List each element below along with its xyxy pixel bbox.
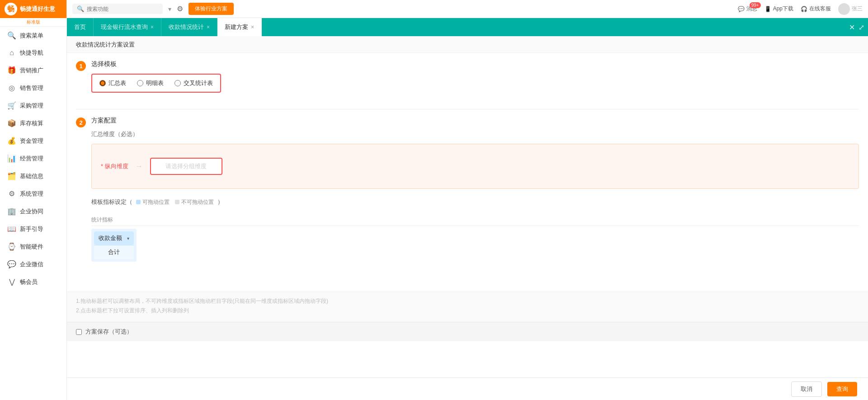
tab-new-plan[interactable]: 新建方案 ×	[217, 18, 262, 36]
sidebar-item-label: 经营管理	[20, 155, 43, 163]
sidebar-item-quick-nav[interactable]: ⌂ 快捷导航	[0, 44, 66, 61]
operation-icon: 📊	[7, 154, 16, 163]
message-btn[interactable]: 💬 消息 99+	[738, 5, 757, 13]
maximize-icon[interactable]: ⤢	[859, 23, 864, 32]
sidebar-item-label: 快捷导航	[20, 49, 43, 57]
radio-detail-input[interactable]	[137, 80, 143, 86]
sidebar-item-label: 销售管理	[20, 84, 43, 92]
summary-dim-label: 汇总维度（必选）	[91, 130, 859, 138]
sidebar-item-label: 基础信息	[20, 172, 43, 180]
download-icon: 📱	[764, 6, 771, 12]
quick-nav-icon: ⌂	[7, 49, 16, 57]
vertical-dim-label: * 纵向维度	[101, 162, 128, 170]
close-icon[interactable]: ×	[251, 24, 254, 30]
sidebar-item-label: 资金管理	[20, 137, 43, 145]
tab-cash-bank[interactable]: 现金银行流水查询 ×	[94, 18, 161, 36]
sidebar-item-system[interactable]: ⚙ 系统管理	[0, 185, 66, 202]
sidebar-item-hardware[interactable]: ⌚ 智能硬件	[0, 238, 66, 255]
content-area: 收款情况统计方案设置 1 选择模板 汇总表 明细表	[67, 36, 868, 377]
radio-cross[interactable]: 交叉统计表	[175, 79, 213, 87]
app-download-btn[interactable]: 📱 App下载	[764, 5, 793, 13]
tip2: 2.点击标题栏下拉可设置排序、插入列和删除列	[76, 307, 859, 315]
page-title: 收款情况统计方案设置	[67, 36, 868, 53]
search-icon: 🔍	[77, 5, 84, 12]
sidebar-item-wechat[interactable]: 💬 企业微信	[0, 255, 66, 273]
cancel-button[interactable]: 取消	[791, 381, 822, 397]
service-btn[interactable]: 🎧 在线客服	[801, 5, 831, 13]
save-checkbox[interactable]	[76, 329, 82, 335]
sidebar-item-guide[interactable]: 📖 新手引导	[0, 220, 66, 238]
sidebar-item-inventory[interactable]: 📦 库存核算	[0, 114, 66, 132]
dimension-row: * 纵向维度 → 请选择分组维度	[101, 158, 849, 175]
metrics-paren-close: ）	[217, 198, 223, 206]
step1: 1 选择模板 汇总表 明细表 交叉统	[76, 60, 859, 93]
radio-cross-label[interactable]: 交叉统计表	[184, 79, 213, 87]
metrics-setting-label: 模板指标设定（	[91, 198, 132, 206]
dimension-area: * 纵向维度 → 请选择分组维度	[91, 144, 859, 189]
legend-draggable: 可拖动位置	[136, 198, 170, 206]
tab-cash-bank-label: 现金银行流水查询	[101, 23, 148, 31]
template-options: 汇总表 明细表 交叉统计表	[91, 74, 221, 93]
user-name: 张三	[852, 5, 863, 13]
member-icon: ⋁	[7, 278, 16, 286]
sidebar-item-marketing[interactable]: 🎁 营销推广	[0, 61, 66, 79]
metrics-tag-payment[interactable]: 收款金额 ▾	[94, 231, 134, 245]
radio-summary[interactable]: 汇总表	[99, 79, 126, 87]
sidebar-item-member[interactable]: ⋁ 畅会员	[0, 273, 66, 291]
step2-label: 方案配置	[91, 117, 859, 125]
metrics-section: 模板指标设定（ 可拖动位置 不可拖动位置	[91, 198, 859, 266]
step2-section: 2 方案配置 汇总维度（必选） * 纵向维度 → 请选择分组维度	[67, 109, 868, 282]
close-icon[interactable]: ×	[207, 24, 210, 30]
tab-payment-stat[interactable]: 收款情况统计 ×	[161, 18, 217, 36]
gear-icon[interactable]: ⚙	[177, 5, 183, 13]
finance-icon: 💰	[7, 136, 16, 145]
tips-section: 1.拖动标题栏可以调整布局，不可跨维度或指标区域拖动栏目字段(只能在同一维度或指…	[67, 292, 868, 322]
sidebar-item-purchase[interactable]: 🛒 采购管理	[0, 97, 66, 114]
radio-detail[interactable]: 明细表	[137, 79, 164, 87]
marketing-icon: 🎁	[7, 66, 16, 75]
tabbar: 首页 现金银行流水查询 × 收款情况统计 × 新建方案 × ✕ ⤢	[67, 18, 868, 36]
tab-home[interactable]: 首页	[67, 18, 94, 36]
chevron-down-icon[interactable]: ▾	[168, 5, 171, 13]
tab-new-plan-label: 新建方案	[225, 23, 248, 31]
footer: 取消 查询	[67, 377, 868, 400]
radio-detail-label[interactable]: 明细表	[146, 79, 164, 87]
sidebar-item-finance[interactable]: 💰 资金管理	[0, 132, 66, 150]
dimension-placeholder[interactable]: 请选择分组维度	[150, 158, 222, 175]
sidebar-item-corp[interactable]: 🏢 企业协同	[0, 202, 66, 220]
download-label: App下载	[773, 5, 793, 13]
sidebar-item-label: 营销推广	[20, 66, 43, 75]
industry-btn[interactable]: 体验行业方案	[189, 3, 234, 15]
search-menu-icon: 🔍	[7, 31, 16, 40]
dimension-arrow: →	[136, 162, 143, 170]
step1-section: 1 选择模板 汇总表 明细表 交叉统	[67, 53, 868, 109]
tab-home-label: 首页	[74, 23, 86, 31]
close-tab-icon[interactable]: ✕	[849, 23, 855, 32]
sidebar-item-operation[interactable]: 📊 经营管理	[0, 150, 66, 167]
inventory-icon: 📦	[7, 119, 16, 127]
sidebar-item-label: 企业协同	[20, 207, 43, 216]
fixed-label: 不可拖动位置	[181, 198, 214, 206]
sidebar-edition: 标准版	[0, 18, 66, 27]
step1-label: 选择模板	[91, 60, 859, 68]
metrics-tag-label: 收款金额	[99, 234, 122, 242]
sidebar-item-sales[interactable]: ◎ 销售管理	[0, 79, 66, 97]
radio-summary-label[interactable]: 汇总表	[108, 79, 126, 87]
search-input[interactable]	[87, 6, 150, 12]
logo-icon: 畅	[5, 3, 17, 15]
sidebar-item-label: 畅会员	[20, 278, 38, 286]
radio-cross-input[interactable]	[175, 80, 181, 86]
radio-summary-input[interactable]	[99, 80, 106, 86]
base-info-icon: 🗂️	[7, 172, 16, 180]
metrics-header: 模板指标设定（ 可拖动位置 不可拖动位置	[91, 198, 859, 206]
fixed-dot	[175, 200, 179, 204]
user-info[interactable]: 张三	[838, 3, 863, 15]
topbar-search-box[interactable]: 🔍	[72, 4, 163, 14]
query-button[interactable]: 查询	[827, 382, 857, 396]
draggable-dot	[136, 200, 141, 204]
close-icon[interactable]: ×	[151, 24, 154, 30]
save-label[interactable]: 方案保存（可选）	[85, 328, 132, 336]
sidebar-item-base-info[interactable]: 🗂️ 基础信息	[0, 167, 66, 185]
step2-content: 方案配置 汇总维度（必选） * 纵向维度 → 请选择分组维度 模板指标设定	[91, 117, 859, 266]
sidebar-item-search-menu[interactable]: 🔍 搜索菜单	[0, 27, 66, 44]
